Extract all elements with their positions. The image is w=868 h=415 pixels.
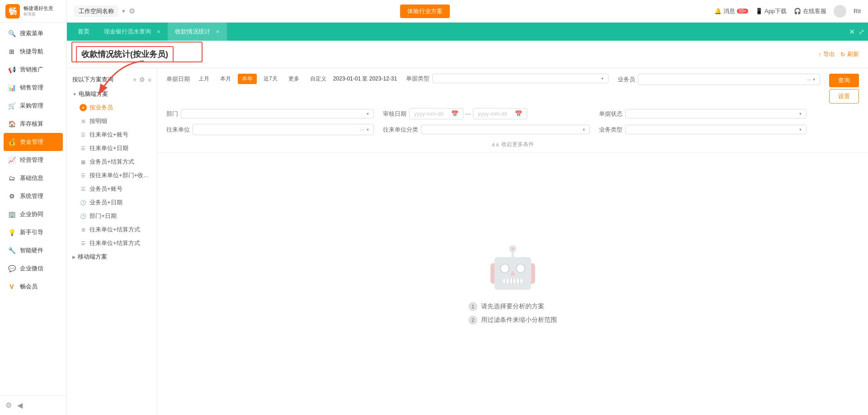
- notification-item[interactable]: 🔔 消息 99+: [714, 7, 748, 15]
- sidebar-item-enterprise[interactable]: 🏢 企业协同: [0, 205, 66, 223]
- detail-scheme-icon: ⊞: [80, 118, 87, 125]
- settings-button[interactable]: 设置: [829, 89, 859, 104]
- voucher-type-label: 单据类型: [406, 75, 429, 83]
- tip-text-1: 请先选择要分析的方案: [481, 302, 544, 311]
- scheme-item-sp-date[interactable]: 🕐 业务员+日期: [67, 196, 157, 209]
- sidebar-item-guide[interactable]: 💡 新手引导: [0, 223, 66, 241]
- collapse-button[interactable]: ∧∧ 收起更多条件: [166, 137, 859, 152]
- dept-select[interactable]: ▾: [181, 109, 374, 118]
- sidebar-settings-icon[interactable]: ⚙: [5, 401, 12, 410]
- date-btn-this-year[interactable]: 本年: [238, 74, 257, 84]
- scheme-item-salesperson[interactable]: ● 按业务员: [67, 101, 157, 114]
- salesperson-select[interactable]: ··· ▾: [638, 74, 820, 85]
- sidebar-item-finance[interactable]: 💰 资金管理: [4, 133, 63, 151]
- collapse-label: 收起更多条件: [501, 141, 534, 148]
- user-avatar[interactable]: [834, 5, 846, 18]
- sidebar-item-smarthw[interactable]: 🔧 智能硬件: [0, 241, 66, 259]
- voucher-type-select[interactable]: ▾: [432, 74, 609, 83]
- finance-icon: 💰: [7, 137, 16, 146]
- sp-account-scheme-icon: ☰: [80, 185, 87, 193]
- scheme-item-label: 往来单位+结算方式: [90, 226, 140, 234]
- audit-date-from-input[interactable]: yyyy-mm-dd 📅: [409, 108, 463, 119]
- scheme-item-detail[interactable]: ⊞ 按明细: [67, 114, 157, 128]
- tab-close-all-icon[interactable]: ✕: [849, 28, 855, 36]
- page-header: 收款情况统计(按业务员) ↑ 导出 ↻ 刷新: [67, 41, 868, 68]
- topbar-settings-icon[interactable]: ⚙: [129, 7, 135, 15]
- scheme-item-sp-account[interactable]: ☰ 业务员+账号: [67, 182, 157, 196]
- sidebar-footer: ⚙ ◀: [0, 395, 66, 415]
- sidebar-item-quicknav[interactable]: ⊞ 快捷导航: [0, 42, 66, 61]
- bank-flow-close-icon[interactable]: ✕: [156, 29, 160, 35]
- dept-date-scheme-icon: 🕐: [80, 212, 87, 220]
- app-download-item[interactable]: 📱 App下载: [755, 7, 787, 15]
- voucher-type-group: 单据类型 ▾: [406, 74, 609, 83]
- trial-button[interactable]: 体验行业方案: [400, 5, 450, 18]
- sidebar-item-marketing[interactable]: 📢 营销推广: [0, 61, 66, 79]
- scheme-group-mobile[interactable]: ▶ 移动端方案: [67, 250, 157, 264]
- sidebar-item-label: 新手引导: [20, 228, 43, 236]
- online-service-item[interactable]: 🎧 在线客服: [794, 7, 826, 15]
- counterparty-label: 往来单位: [166, 126, 190, 134]
- sidebar-item-purchase[interactable]: 🛒 采购管理: [0, 97, 66, 115]
- sp-payment-scheme-icon: ▦: [80, 158, 87, 165]
- sp-date-scheme-icon: 🕐: [80, 199, 87, 206]
- scheme-item-cp-payment1[interactable]: ⊞ 往来单位+结算方式: [67, 223, 157, 236]
- scheme-collapse-icon[interactable]: «: [148, 76, 151, 83]
- tab-maximize-icon[interactable]: ⤢: [859, 28, 864, 36]
- export-button[interactable]: ↑ 导出: [819, 50, 835, 58]
- salesperson-label: 业务员: [618, 75, 635, 84]
- query-button[interactable]: 查询: [829, 74, 859, 87]
- date-btn-7days[interactable]: 近7天: [259, 74, 282, 84]
- scheme-item-salesperson-payment[interactable]: ▦ 业务员+结算方式: [67, 155, 157, 169]
- calendar-icon2: 📅: [515, 110, 522, 117]
- online-service-label: 在线客服: [803, 7, 826, 15]
- sidebar-collapse-icon[interactable]: ◀: [17, 401, 23, 410]
- sidebar-logo: 畅 畅捷通好生意 标准版: [0, 0, 66, 23]
- counterparty-ellipsis-icon[interactable]: ···: [360, 126, 365, 133]
- date-btn-more[interactable]: 更多: [284, 74, 303, 84]
- scheme-item-cp-payment2[interactable]: ☰ 往来单位+结算方式: [67, 236, 157, 250]
- refresh-button[interactable]: ↻ 刷新: [840, 50, 859, 58]
- date-btn-last-month[interactable]: 上月: [194, 74, 213, 84]
- audit-date-to-input[interactable]: yyyy-mm-dd 📅: [473, 108, 527, 119]
- scheme-item-counterparty-account[interactable]: ☰ 往来单位+账号: [67, 128, 157, 141]
- scheme-item-label: 业务员+日期: [90, 198, 123, 207]
- home-tab-label: 首页: [78, 28, 90, 36]
- tab-home[interactable]: 首页: [71, 23, 97, 41]
- date-btn-custom[interactable]: 自定义: [306, 74, 330, 84]
- cp-category-select[interactable]: ▾: [421, 125, 590, 134]
- sidebar-item-basicinfo[interactable]: 🗂 基础信息: [0, 169, 66, 187]
- sidebar-item-member[interactable]: V 畅会员: [0, 278, 66, 296]
- content-body: 按以下方案查询 + ⚙ « ▼ 电脑端方案 ● 按业务员: [67, 68, 868, 415]
- date-filter-group: 单据日期 上月 本月 本年 近7天 更多 自定义 2023-01-01 至 20…: [166, 74, 397, 84]
- sidebar-item-label: 营销推广: [20, 66, 43, 74]
- sidebar-item-search[interactable]: 🔍 搜索菜单: [0, 24, 66, 42]
- business-type-select[interactable]: ▾: [625, 125, 807, 134]
- receipt-stats-close-icon[interactable]: ✕: [216, 29, 220, 35]
- counterparty-select[interactable]: ··· ▾: [193, 124, 374, 135]
- tab-bank-flow[interactable]: 现金银行流水查询 ✕: [97, 23, 168, 41]
- voucher-status-select[interactable]: ▾: [625, 109, 807, 118]
- main-area: 工作空间名称 ▾ ⚙ 体验行业方案 🔔 消息 99+ 📱 App下载 🎧 在线客…: [67, 0, 868, 415]
- scheme-panel-left: 按以下方案查询: [72, 75, 113, 84]
- sidebar-item-sales[interactable]: 📊 销售管理: [0, 79, 66, 97]
- sidebar-item-label: 资金管理: [20, 138, 43, 146]
- date-btn-this-month[interactable]: 本月: [216, 74, 235, 84]
- scheme-item-dept-date[interactable]: 🕐 部门+日期: [67, 209, 157, 223]
- sidebar-item-inventory[interactable]: 🏠 库存核算: [0, 115, 66, 133]
- sidebar-item-operations[interactable]: 📈 经营管理: [0, 151, 66, 169]
- sidebar-item-enterprise-wechat[interactable]: 💬 企业微信: [0, 259, 66, 278]
- workspace-dropdown-icon[interactable]: ▾: [122, 8, 125, 14]
- scheme-add-icon[interactable]: +: [133, 76, 137, 83]
- sidebar-item-label: 经营管理: [20, 156, 43, 164]
- tabbar-right: ✕ ⤢: [849, 28, 864, 36]
- scheme-group-pc[interactable]: ▼ 电脑端方案: [67, 87, 157, 101]
- scheme-item-counterparty-date[interactable]: ☰ 往来单位+日期: [67, 141, 157, 155]
- salesperson-ellipsis-icon[interactable]: ···: [806, 76, 811, 83]
- logo-text: 畅捷通好生意 标准版: [24, 5, 53, 17]
- scheme-settings-icon[interactable]: ⚙: [139, 76, 145, 83]
- voucher-status-group: 单据状态 ▾: [599, 109, 807, 118]
- sidebar-item-system[interactable]: ⚙ 系统管理: [0, 187, 66, 205]
- tab-receipt-stats[interactable]: 收款情况统计 ✕: [168, 23, 227, 41]
- scheme-item-cp-dept[interactable]: ☰ 按往来单位+部门+收...: [67, 169, 157, 182]
